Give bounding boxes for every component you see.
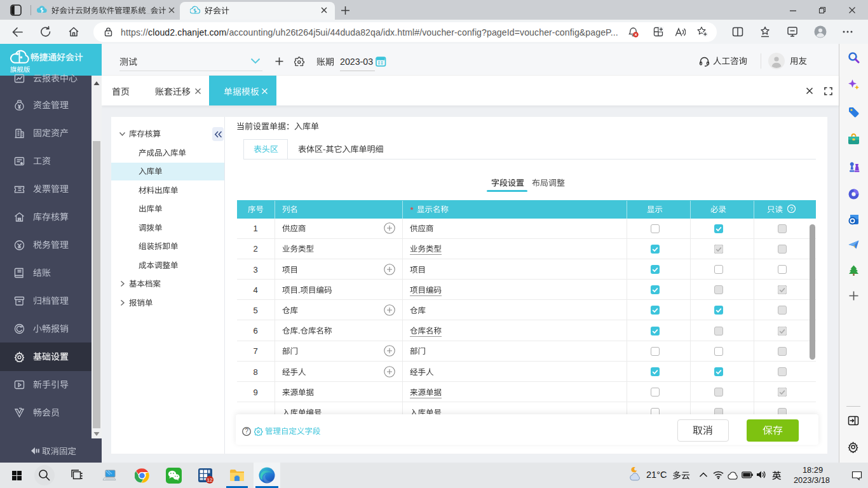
svg-text:?: ?: [790, 205, 793, 212]
svg-text:12: 12: [207, 477, 213, 483]
svg-text:?: ?: [245, 428, 248, 435]
